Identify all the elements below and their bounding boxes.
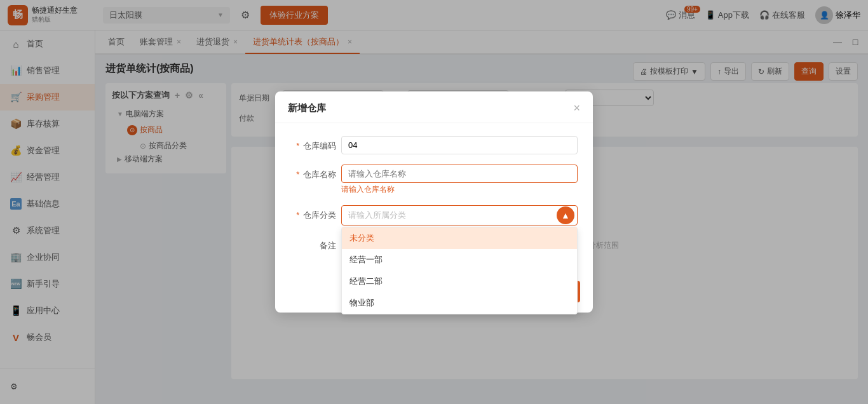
name-label-text: 仓库名称 (303, 170, 336, 179)
warehouse-name-error: 请输入仓库名称 (341, 184, 578, 195)
required-star-name: * (296, 170, 299, 179)
warehouse-code-wrap (341, 136, 578, 154)
warehouse-code-row: * 仓库编码 (290, 136, 578, 154)
modal-close-button[interactable]: × (573, 102, 580, 115)
category-up-arrow: ▲ (557, 206, 574, 224)
category-placeholder: 请输入所属分类 (348, 210, 406, 221)
code-label-text: 仓库编码 (303, 141, 336, 151)
category-dropdown-trigger[interactable]: 请输入所属分类 ▲ (341, 205, 578, 226)
dropdown-item-0[interactable]: 未分类 (342, 227, 577, 249)
remark-label-text: 备注 (320, 241, 336, 250)
modal-title: 新增仓库 (288, 102, 326, 114)
warehouse-name-wrap: 请输入仓库名称 (341, 165, 578, 195)
dropdown-item-1[interactable]: 经营一部 (342, 249, 577, 271)
modal-header: 新增仓库 × (275, 91, 593, 123)
category-dropdown-list: 未分类 经营一部 经营二部 物业部 (341, 227, 578, 314)
warehouse-remark-label: 备注 (290, 236, 341, 252)
modal-overlay[interactable]: 新增仓库 × * 仓库编码 * 仓库名称 (0, 0, 868, 404)
warehouse-name-row: * 仓库名称 请输入仓库名称 (290, 165, 578, 195)
add-warehouse-modal: 新增仓库 × * 仓库编码 * 仓库名称 (275, 91, 593, 313)
modal-body: * 仓库编码 * 仓库名称 请输入仓库名称 (275, 123, 593, 274)
dropdown-item-1-label: 经营一部 (349, 255, 383, 264)
required-star-code: * (296, 141, 299, 151)
required-star-category: * (296, 210, 299, 220)
dropdown-item-3[interactable]: 物业部 (342, 292, 577, 314)
warehouse-category-label: * 仓库分类 (290, 205, 341, 221)
dropdown-item-2-label: 经营二部 (349, 276, 383, 286)
warehouse-code-label: * 仓库编码 (290, 136, 341, 152)
warehouse-code-input[interactable] (341, 136, 578, 154)
dropdown-item-0-label: 未分类 (349, 233, 374, 243)
warehouse-category-row: * 仓库分类 请输入所属分类 ▲ 未分类 经营一部 (290, 205, 578, 226)
warehouse-category-wrap: 请输入所属分类 ▲ 未分类 经营一部 经营二部 (341, 205, 578, 226)
category-label-text: 仓库分类 (303, 210, 336, 220)
dropdown-item-3-label: 物业部 (349, 298, 374, 307)
warehouse-name-input[interactable] (341, 165, 578, 183)
dropdown-item-2[interactable]: 经营二部 (342, 271, 577, 292)
warehouse-name-label: * 仓库名称 (290, 165, 341, 180)
